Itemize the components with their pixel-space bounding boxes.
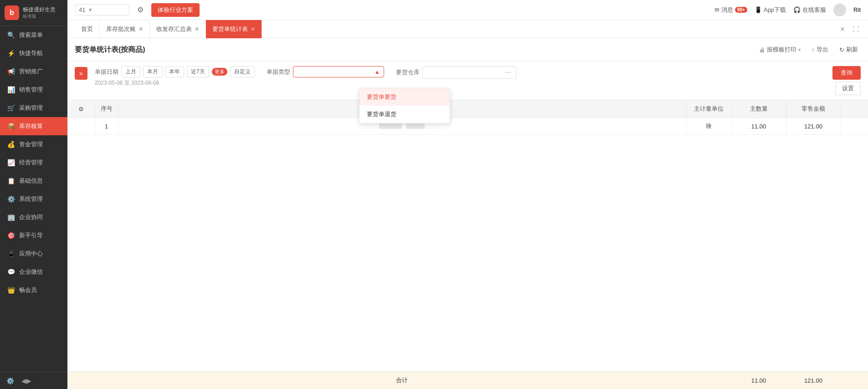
logo-sub: 标准版	[23, 13, 56, 20]
footer-quantity: 11.00	[731, 377, 786, 384]
header-left: 41 ▾ ⚙ 体验行业方案	[75, 3, 200, 17]
table-row: 1 块 11.00 121.00	[67, 118, 868, 135]
date-month-btn[interactable]: 本月	[143, 66, 162, 77]
tab-label-collect-summary: 收发存汇总表	[156, 25, 192, 33]
logo-icon: b	[5, 5, 19, 20]
tab-label-order-stats: 要货单统计表	[212, 25, 248, 33]
sidebar-label-marketing: 营销推广	[19, 67, 43, 76]
sidebar-item-guide[interactable]: 🎯 新手引导	[0, 226, 67, 245]
trial-button[interactable]: 体验行业方案	[151, 3, 200, 17]
online-service-action[interactable]: 🎧 在线客服	[793, 6, 826, 14]
store-selector[interactable]: 41 ▾	[75, 4, 129, 15]
message-badge: 99+	[735, 7, 747, 13]
row-amount: 121.00	[786, 118, 841, 135]
type-select[interactable]: ▲	[293, 66, 384, 77]
dropdown-item-return[interactable]: 要货单退货	[360, 106, 450, 123]
date-label: 单据日期	[95, 68, 118, 76]
tab-close-inventory-batch[interactable]: ✕	[139, 26, 143, 32]
date-recent-btn[interactable]: 近7天	[187, 66, 209, 77]
refresh-label: 刷新	[846, 46, 858, 54]
page-content: 要货单统计表(按商品) 🖨 按模板打印 ▾ ↑ 导出 ↻ 刷新	[67, 38, 868, 389]
tab-collect-summary[interactable]: 收发存汇总表✕	[150, 20, 206, 38]
inventory-icon: 📦	[6, 122, 15, 131]
user-avatar[interactable]	[833, 4, 846, 16]
sidebar-item-apps[interactable]: 📱 应用中心	[0, 245, 67, 263]
dropdown-item-order[interactable]: 要货单要货	[360, 88, 450, 106]
refresh-button[interactable]: ↻ 刷新	[837, 44, 861, 56]
sidebar-item-purchase[interactable]: 🛒 采购管理	[0, 99, 67, 117]
sidebar-item-marketing[interactable]: 📢 营销推广	[0, 62, 67, 81]
sidebar-label-wechat: 企业微信	[19, 268, 43, 276]
sidebar-item-enterprise[interactable]: 🏢 企业协同	[0, 208, 67, 226]
tab-order-stats[interactable]: 要货单统计表✕	[206, 20, 262, 38]
print-arrow-icon: ▾	[798, 47, 801, 53]
footer-amount: 121.00	[786, 377, 841, 384]
tab-close-order-stats[interactable]: ✕	[251, 26, 255, 32]
tab-close-collect-summary[interactable]: ✕	[195, 26, 199, 32]
sidebar-item-inventory[interactable]: 📦 库存核算	[0, 117, 67, 135]
gear-button[interactable]: ⚙	[134, 4, 147, 16]
type-arrow-icon[interactable]: ▲	[375, 69, 380, 75]
app-download-label: App下载	[764, 6, 786, 14]
date-range-row: 2023-05-06 至 2023-06-06	[95, 79, 255, 87]
date-custom-btn[interactable]: 自定义	[230, 66, 255, 77]
warehouse-input[interactable]	[426, 69, 503, 76]
col-no: 序号	[95, 100, 118, 118]
footer-label: 合计	[118, 376, 686, 384]
sidebar-item-operations[interactable]: 📈 经营管理	[0, 154, 67, 172]
sidebar-label-finance: 资金管理	[19, 140, 43, 148]
chevron-down-icon: ▾	[89, 6, 92, 13]
type-input[interactable]	[297, 68, 375, 75]
print-button[interactable]: 🖨 按模板打印 ▾	[756, 44, 804, 56]
sidebar-label-member: 畅会员	[19, 286, 37, 294]
close-all-icon[interactable]: ✕	[838, 24, 847, 35]
maximize-icon[interactable]: ⛶	[851, 24, 861, 35]
tabs-bar: 首页库存批次账✕收发存汇总表✕要货单统计表✕ ✕ ⛶	[67, 20, 868, 38]
sidebar-item-search[interactable]: 🔍 搜索菜单	[0, 26, 67, 44]
sidebar-item-system[interactable]: ⚙️ 系统管理	[0, 190, 67, 208]
tab-home[interactable]: 首页	[75, 20, 100, 38]
sidebar-label-basic: 基础信息	[19, 177, 43, 185]
app-download-action[interactable]: 📱 App下载	[755, 6, 786, 14]
type-filter-row: 单据类型 ▲	[267, 66, 384, 77]
page-inner: 要货单统计表(按商品) 🖨 按模板打印 ▾ ↑ 导出 ↻ 刷新	[67, 38, 868, 389]
sidebar-item-sales[interactable]: 📊 销售管理	[0, 81, 67, 99]
tab-inventory-batch[interactable]: 库存批次账✕	[100, 20, 150, 38]
sales-icon: 📊	[6, 85, 15, 94]
query-button[interactable]: 查询	[832, 66, 861, 80]
settings-icon[interactable]: ⚙️	[6, 377, 14, 384]
warehouse-more-icon[interactable]: ···	[503, 68, 513, 77]
data-table: ⚙ 序号 商品 主计量单位 主数量 零售金额 1	[67, 100, 868, 135]
finance-icon: 💰	[6, 140, 15, 149]
sidebar-item-member[interactable]: 👑 畅会员	[0, 281, 67, 299]
col-quantity: 主数量	[731, 100, 786, 118]
page-header: 要货单统计表(按商品) 🖨 按模板打印 ▾ ↑ 导出 ↻ 刷新	[67, 38, 868, 61]
table-body: 1 块 11.00 121.00	[67, 118, 868, 135]
header-right: ✉ 消息 99+ 📱 App下载 🎧 在线客服 Rit	[714, 4, 861, 16]
date-up-btn[interactable]: 上月	[121, 66, 140, 77]
table-wrap: ⚙ 序号 商品 主计量单位 主数量 零售金额 1	[67, 100, 868, 371]
col-unit: 主计量单位	[686, 100, 731, 118]
search-icon: 🔍	[6, 31, 15, 40]
filter-expand-button[interactable]: »	[75, 67, 87, 80]
warehouse-select[interactable]: ···	[422, 66, 517, 79]
messages-action[interactable]: ✉ 消息 99+	[714, 6, 747, 14]
main-content: 41 ▾ ⚙ 体验行业方案 ✉ 消息 99+ 📱 App下载 🎧 在线客服 Ri…	[67, 0, 868, 389]
type-filter-group: 单据类型 ▲	[267, 66, 384, 77]
message-icon: ✉	[714, 6, 719, 13]
collapse-icon[interactable]: ◀▶	[21, 377, 31, 384]
warehouse-filter-group: 要货仓库 ···	[396, 66, 517, 79]
warehouse-label: 要货仓库	[396, 68, 420, 77]
tab-label-inventory-batch: 库存批次账	[106, 25, 136, 33]
sidebar-item-basic[interactable]: 📋 基础信息	[0, 172, 67, 190]
date-more-badge[interactable]: 更多	[212, 68, 227, 76]
sidebar-item-quick-nav[interactable]: ⚡ 快捷导航	[0, 44, 67, 62]
sidebar-item-finance[interactable]: 💰 资金管理	[0, 135, 67, 154]
service-icon: 🎧	[793, 6, 801, 13]
user-name: Rit	[853, 6, 861, 13]
sidebar-item-wechat[interactable]: 💬 企业微信	[0, 263, 67, 281]
export-button[interactable]: ↑ 导出	[809, 44, 832, 56]
set-button[interactable]: 设置	[835, 82, 861, 95]
date-year-btn[interactable]: 本年	[165, 66, 184, 77]
table-head: ⚙ 序号 商品 主计量单位 主数量 零售金额	[67, 100, 868, 118]
